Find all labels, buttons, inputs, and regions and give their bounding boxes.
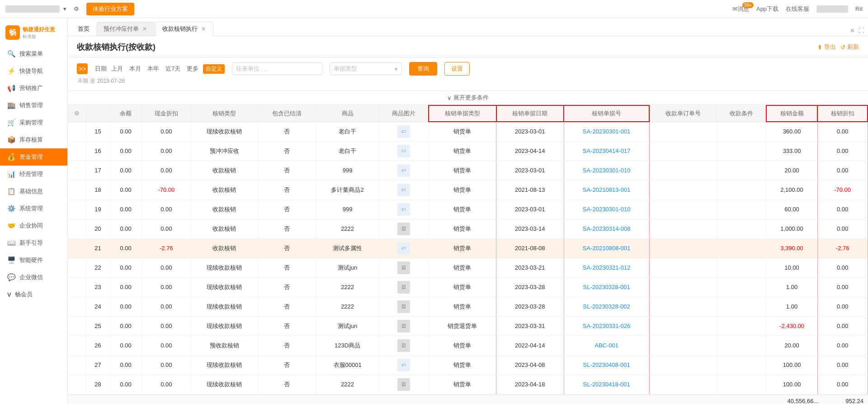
sidebar-item-quick-nav[interactable]: ⚡ 快捷导航 <box>0 62 67 80</box>
company-name[interactable] <box>5 5 60 13</box>
sidebar-item-business[interactable]: 📊 经营管理 <box>0 166 67 183</box>
filter-partner-input[interactable]: 往来单位 ... <box>232 62 322 75</box>
td-collection-order-no <box>649 355 717 375</box>
td-verify-bill-no[interactable]: SL-20230418-001 <box>564 375 649 394</box>
guide-icon: 📖 <box>7 239 16 247</box>
date-last-month[interactable]: 上月 <box>109 64 125 74</box>
td-verify-bill-no[interactable]: SA-20210813-001 <box>564 180 649 200</box>
sidebar-item-marketing[interactable]: 📢 营销推广 <box>0 80 67 97</box>
date-more[interactable]: 更多 <box>185 64 200 74</box>
sidebar-item-member[interactable]: V 畅会员 <box>0 286 67 303</box>
td-include-settled: 否 <box>258 355 316 375</box>
td-balance: 0.00 <box>110 297 142 316</box>
td-goods: 2222 <box>316 297 379 316</box>
td-goods: 2222 <box>316 375 379 394</box>
td-verify-bill-no[interactable]: SA-20230301-010 <box>564 161 649 180</box>
td-include-settled: 否 <box>258 180 316 200</box>
td-verify-bill-date: 2023-04-14 <box>496 141 564 161</box>
company-selector[interactable]: ▾ <box>63 5 66 12</box>
tab-collection-close[interactable]: ✕ <box>200 26 207 32</box>
date-this-month[interactable]: 本月 <box>127 64 143 74</box>
table-row: 180.00-70.00收款核销否多计量商品2🏷销货单2021-08-13SA-… <box>68 180 868 200</box>
notification-badge: 99+ <box>742 2 754 8</box>
expand-more-row[interactable]: ∨ 展开更多条件 <box>68 91 868 105</box>
td-goods: 2222 <box>316 277 379 297</box>
footer-total-amount: 40,556,66... <box>788 398 819 404</box>
date-custom[interactable]: 自定义 <box>203 64 225 74</box>
filter-expand-button[interactable]: >> <box>77 63 88 74</box>
close-tab-icon[interactable]: ✕ <box>850 27 855 34</box>
td-verify-bill-no[interactable]: SL-20230408-001 <box>564 355 649 375</box>
refresh-button[interactable]: ↺ 刷新 <box>840 43 859 51</box>
user-info[interactable] <box>816 5 848 13</box>
order-type-label: 单据类型 <box>334 65 357 73</box>
td-verify-bill-no[interactable]: SA-20230301-010 <box>564 200 649 219</box>
th-include-settled: 包含已结清 <box>258 105 316 122</box>
inventory-icon: 📦 <box>7 136 16 144</box>
sidebar-label-capital: 资金管理 <box>19 153 43 161</box>
td-seq: 19 <box>86 200 110 219</box>
td-verify-amount: 3,390.00 <box>766 238 818 258</box>
td-include-settled: 否 <box>258 141 316 161</box>
td-verify-bill-no[interactable]: SA-20230301-001 <box>564 122 649 141</box>
td-verify-bill-no[interactable]: SA-20230321-012 <box>564 258 649 277</box>
sidebar-item-enterprise[interactable]: 🤝 企业协同 <box>0 217 67 234</box>
td-verify-bill-no[interactable]: SL-20230328-001 <box>564 277 649 297</box>
td-verify-discount: 0.00 <box>817 297 868 316</box>
sidebar-label-sales: 销售管理 <box>19 101 43 109</box>
td-verify-bill-no[interactable]: SA-20230331-026 <box>564 316 649 336</box>
td-include-settled: 否 <box>258 336 316 355</box>
sidebar-item-inventory[interactable]: 📦 库存核算 <box>0 131 67 148</box>
table-row: 190.000.00收款核销否999🏷销货单2023-03-01SA-20230… <box>68 200 868 219</box>
td-verify-bill-date: 2021-08-13 <box>496 180 564 200</box>
table-row: 280.000.00现续收款核销否2222🖼销货单2023-04-18SL-20… <box>68 375 868 394</box>
settings-icon-btn[interactable]: ⚙ <box>70 3 83 15</box>
td-verify-bill-no[interactable]: SA-20210808-001 <box>564 238 649 258</box>
date-this-year[interactable]: 本年 <box>146 64 161 74</box>
chevron-down-icon: ▾ <box>63 5 66 12</box>
sidebar-item-sales[interactable]: 🏬 销售管理 <box>0 97 67 114</box>
sidebar-item-search[interactable]: 🔍 搜索菜单 <box>0 45 67 62</box>
td-goods-img: 🏷 <box>379 161 429 180</box>
table-row: 200.000.00收款核销否2222🖼销货单2023-03-14SA-2023… <box>68 219 868 238</box>
tab-prepay-close[interactable]: ✕ <box>142 26 148 32</box>
th-settings[interactable]: ⚙ <box>68 105 86 122</box>
filter-order-type-select[interactable]: 单据类型 ▾ <box>330 62 402 75</box>
export-button[interactable]: ⬆ 导出 <box>817 43 836 51</box>
td-goods-img: 🖼 <box>379 297 429 316</box>
sidebar-item-guide[interactable]: 📖 新手引导 <box>0 234 67 252</box>
app-download-link[interactable]: App下载 <box>756 5 778 13</box>
td-verify-bill-no[interactable]: SL-20230328-002 <box>564 297 649 316</box>
td-verify-bill-no[interactable]: SA-20230314-008 <box>564 219 649 238</box>
tab-prepay[interactable]: 预付冲应付单 ✕ <box>97 22 155 36</box>
td-verify-bill-no[interactable]: SA-20230414-017 <box>564 141 649 161</box>
td-collection-order-no <box>649 238 717 258</box>
th-goods: 商品 <box>316 105 379 122</box>
date-7days[interactable]: 近7天 <box>164 64 182 74</box>
notification-bell[interactable]: ✉ 消息 99+ <box>732 5 749 13</box>
td-include-settled: 否 <box>258 316 316 336</box>
tab-home[interactable]: 首页 <box>71 22 96 36</box>
sidebar-item-wechat[interactable]: 💬 企业微信 <box>0 269 67 286</box>
td-balance: 0.00 <box>110 375 142 394</box>
filter-settings-button[interactable]: 设置 <box>444 62 470 76</box>
td-seq: 28 <box>86 375 110 394</box>
sidebar-item-system[interactable]: ⚙️ 系统管理 <box>0 200 67 217</box>
sidebar-item-purchase[interactable]: 🛒 采购管理 <box>0 114 67 131</box>
query-button[interactable]: 查询 <box>409 62 437 76</box>
column-settings-icon[interactable]: ⚙ <box>74 110 80 117</box>
industry-button[interactable]: 休验行业方案 <box>86 3 134 15</box>
expand-tab-icon[interactable]: ⛶ <box>859 27 864 34</box>
sidebar-label-system: 系统管理 <box>19 204 43 213</box>
online-service-link[interactable]: 在线客服 <box>786 5 809 13</box>
td-checkbox <box>68 355 86 375</box>
td-balance: 0.00 <box>110 336 142 355</box>
sidebar-item-basic[interactable]: 📋 基础信息 <box>0 183 67 200</box>
tab-collection[interactable]: 收款核销执行 ✕ <box>156 22 213 36</box>
td-verify-bill-no[interactable]: ABC-001 <box>564 336 649 355</box>
sidebar-label-search: 搜索菜单 <box>19 50 43 58</box>
date-range: 不限 至 2023-07-26 <box>78 78 125 84</box>
td-include-settled: 否 <box>258 277 316 297</box>
sidebar-item-smart-hw[interactable]: 🖥️ 智能硬件 <box>0 252 67 269</box>
sidebar-item-capital[interactable]: 💰 资金管理 <box>0 148 67 166</box>
